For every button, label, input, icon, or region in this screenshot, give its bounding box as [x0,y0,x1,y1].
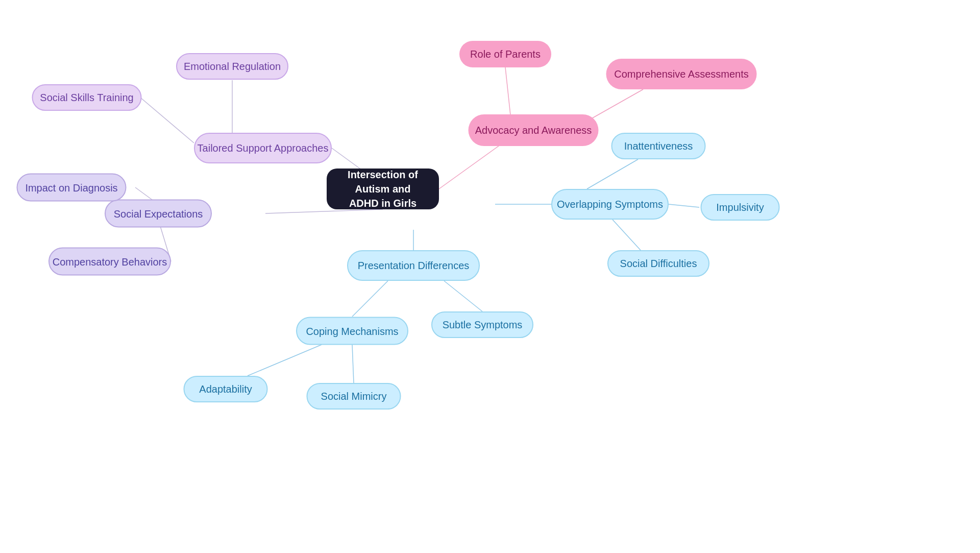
svg-line-14 [352,281,388,317]
coping-mechanisms-node: Coping Mechanisms [296,317,408,345]
advocacy-awareness-node: Advocacy and Awareness [469,114,599,146]
social-difficulties-node: Social Difficulties [607,250,709,277]
coping-mechanisms-label: Coping Mechanisms [306,324,398,338]
svg-line-10 [587,159,638,189]
svg-line-17 [352,345,354,383]
svg-line-12 [612,220,641,250]
role-of-parents-node: Role of Parents [459,41,551,67]
presentation-differences-node: Presentation Differences [347,250,480,281]
svg-line-5 [140,98,194,143]
svg-line-11 [669,204,699,207]
tailored-support-node: Tailored Support Approaches [194,133,332,163]
subtle-symptoms-node: Subtle Symptoms [431,311,533,338]
svg-line-15 [444,281,482,311]
center-label: Intersection of Autism and ADHD in Girls [339,167,427,210]
compensatory-behaviors-label: Compensatory Behaviors [53,255,167,268]
inattentiveness-node: Inattentiveness [611,133,706,159]
adaptability-node: Adaptability [184,376,268,402]
adaptability-label: Adaptability [199,382,252,396]
compensatory-behaviors-node: Compensatory Behaviors [48,248,171,276]
social-skills-training-node: Social Skills Training [32,84,142,111]
tailored-support-label: Tailored Support Approaches [198,141,329,155]
overlapping-symptoms-label: Overlapping Symptoms [557,198,663,211]
overlapping-symptoms-node: Overlapping Symptoms [551,189,669,220]
impact-on-diagnosis-label: Impact on Diagnosis [25,181,117,194]
svg-line-16 [248,345,322,376]
social-expectations-node: Social Expectations [105,200,212,228]
social-expectations-label: Social Expectations [114,207,203,220]
social-mimicry-label: Social Mimicry [321,390,387,403]
role-of-parents-label: Role of Parents [470,47,541,61]
impulsivity-label: Impulsivity [716,201,764,214]
social-mimicry-node: Social Mimicry [307,383,401,410]
subtle-symptoms-label: Subtle Symptoms [443,318,523,331]
presentation-differences-label: Presentation Differences [358,259,470,272]
social-difficulties-label: Social Difficulties [620,257,697,270]
impact-on-diagnosis-node: Impact on Diagnosis [17,174,127,202]
svg-line-8 [584,89,643,123]
emotional-regulation-node: Emotional Regulation [176,53,288,80]
advocacy-awareness-label: Advocacy and Awareness [475,124,592,137]
impulsivity-node: Impulsivity [701,194,780,221]
center-node: Intersection of Autism and ADHD in Girls [327,169,439,209]
comprehensive-assessments-label: Comprehensive Assessments [614,67,748,81]
social-skills-training-label: Social Skills Training [40,91,133,104]
comprehensive-assessments-node: Comprehensive Assessments [606,59,757,89]
emotional-regulation-label: Emotional Regulation [184,60,281,73]
svg-line-7 [505,67,510,115]
inattentiveness-label: Inattentiveness [624,139,693,153]
